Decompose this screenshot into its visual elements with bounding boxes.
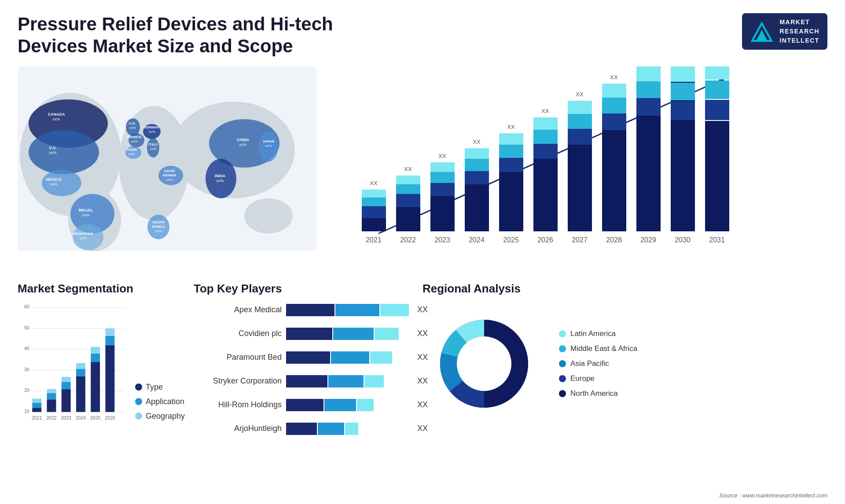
player-row: Covidien plc XX	[194, 326, 414, 342]
svg-text:CHINA: CHINA	[237, 138, 250, 142]
svg-rect-93	[533, 117, 558, 130]
svg-rect-153	[91, 347, 100, 353]
page-title: Pressure Relief Devices and Hi-tech Devi…	[18, 13, 348, 58]
svg-text:U.K.: U.K.	[129, 121, 136, 125]
svg-rect-154	[105, 345, 114, 412]
svg-text:xx%: xx%	[50, 182, 57, 186]
svg-point-9	[29, 130, 99, 174]
svg-rect-156	[105, 329, 114, 336]
svg-text:2024: 2024	[469, 236, 485, 244]
player-row: ArjoHuntleigh XX	[194, 421, 414, 437]
svg-rect-165	[380, 304, 409, 316]
svg-rect-141	[32, 398, 41, 402]
svg-rect-145	[62, 389, 71, 412]
svg-text:SPAIN: SPAIN	[126, 148, 137, 152]
svg-rect-140	[32, 403, 41, 408]
asia-pacific-dot	[559, 360, 566, 367]
bar-chart-svg: XX 2021 XX 2022 XX 2023	[334, 66, 739, 251]
svg-text:U.S.: U.S.	[49, 146, 57, 150]
world-map: CANADA xx% U.S. xx% MEXICO xx% BRAZIL xx…	[18, 66, 317, 251]
svg-text:2022: 2022	[46, 416, 56, 420]
segmentation-section: Market Segmentation 60 50 40 30 20 10	[18, 282, 185, 504]
seg-chart-area: 60 50 40 30 20 10	[18, 302, 185, 434]
svg-rect-98	[568, 114, 592, 129]
svg-text:XX: XX	[541, 108, 549, 114]
main-content: CANADA xx% U.S. xx% MEXICO xx% BRAZIL xx…	[0, 62, 845, 273]
svg-text:xx%: xx%	[128, 152, 135, 156]
svg-text:2025: 2025	[90, 416, 100, 420]
regional-title: Regional Analysis	[422, 282, 827, 296]
svg-rect-163	[286, 304, 334, 316]
svg-text:xx%: xx%	[239, 142, 246, 147]
svg-text:ARABIA: ARABIA	[162, 173, 176, 177]
player-row: Apex Medical XX	[194, 302, 414, 318]
svg-rect-75	[430, 162, 455, 172]
svg-rect-171	[370, 351, 392, 364]
player-bar	[286, 373, 409, 389]
svg-rect-111	[636, 66, 661, 81]
logo-area: MARKET RESEARCH INTELLECT	[742, 13, 827, 50]
svg-text:XX: XX	[404, 166, 412, 172]
player-bar	[286, 350, 409, 365]
players-list: Apex Medical XX Covidien plc	[194, 302, 414, 437]
type-dot	[135, 383, 142, 391]
svg-rect-144	[47, 389, 56, 393]
player-bar	[286, 326, 409, 342]
svg-rect-67	[396, 194, 420, 207]
svg-text:2023: 2023	[61, 416, 71, 420]
svg-rect-102	[602, 130, 626, 231]
svg-point-182	[457, 336, 511, 391]
svg-rect-121	[705, 66, 729, 80]
svg-rect-149	[76, 369, 85, 376]
svg-rect-172	[286, 375, 327, 387]
svg-rect-155	[105, 336, 114, 345]
svg-text:xx%: xx%	[52, 117, 60, 121]
svg-text:ARGENTINA: ARGENTINA	[72, 232, 93, 236]
player-row: Hill-Rom Holdings XX	[194, 397, 414, 413]
svg-rect-63	[362, 190, 386, 197]
svg-text:XX: XX	[473, 139, 481, 145]
svg-text:50: 50	[24, 325, 29, 330]
svg-rect-73	[430, 183, 455, 196]
map-section: CANADA xx% U.S. xx% MEXICO xx% BRAZIL xx…	[18, 66, 317, 273]
svg-text:GERMANY: GERMANY	[143, 125, 162, 129]
svg-text:2031: 2031	[709, 236, 725, 244]
bottom-section: Market Segmentation 60 50 40 30 20 10	[0, 273, 845, 504]
svg-rect-178	[286, 423, 317, 435]
player-bar	[286, 421, 409, 437]
svg-rect-80	[465, 159, 489, 171]
svg-text:xx%: xx%	[148, 130, 155, 134]
donut-area: Latin America Middle East & Africa Asia …	[422, 302, 827, 425]
svg-rect-173	[328, 375, 364, 387]
svg-rect-143	[47, 393, 56, 399]
svg-rect-86	[499, 145, 523, 158]
svg-rect-96	[568, 145, 592, 231]
donut-chart	[422, 302, 546, 425]
svg-text:2026: 2026	[105, 416, 115, 420]
svg-rect-81	[465, 148, 489, 159]
page-header: Pressure Relief Devices and Hi-tech Devi…	[0, 0, 845, 62]
svg-text:xx%: xx%	[150, 147, 156, 151]
svg-point-7	[244, 198, 293, 234]
svg-rect-142	[47, 399, 56, 412]
svg-rect-87	[499, 133, 523, 145]
legend-latin-america: Latin America	[559, 329, 637, 338]
svg-text:INDIA: INDIA	[215, 174, 226, 178]
mea-dot	[559, 345, 566, 352]
svg-rect-122	[705, 80, 729, 99]
svg-rect-60	[362, 218, 386, 231]
svg-rect-179	[318, 423, 344, 435]
svg-rect-99	[568, 101, 592, 114]
svg-text:30: 30	[24, 367, 29, 372]
bar-chart-container: XX 2021 XX 2022 XX 2023	[334, 66, 827, 251]
legend-europe: Europe	[559, 374, 637, 383]
svg-text:xx%: xx%	[129, 126, 136, 130]
source-text: Source : www.marketresearchintellect.com	[719, 492, 827, 499]
player-name: Covidien plc	[194, 329, 282, 338]
svg-rect-85	[499, 158, 523, 172]
svg-rect-90	[533, 159, 558, 231]
svg-text:XX: XX	[438, 153, 446, 159]
svg-rect-169	[286, 351, 330, 364]
svg-rect-167	[333, 328, 374, 340]
svg-rect-123	[705, 100, 729, 120]
